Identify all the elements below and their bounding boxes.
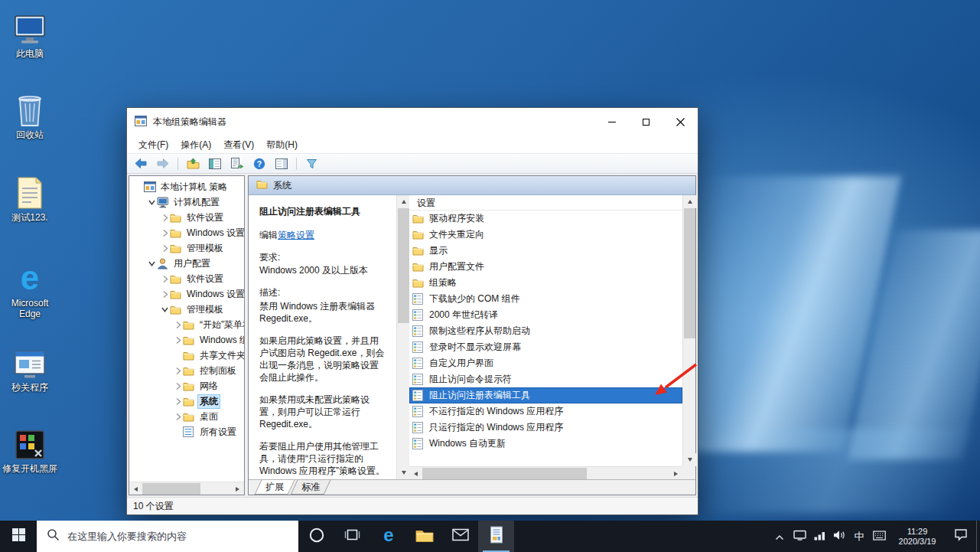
list-vertical-scrollbar[interactable] [682,195,695,466]
scroll-right-button[interactable] [669,467,682,480]
policy-settings-link[interactable]: 策略设置 [278,230,314,240]
expand-icon[interactable] [173,397,183,406]
tree-item[interactable]: “开始”菜单和任务栏 [129,317,244,332]
filter-icon[interactable] [304,156,319,171]
tree-item[interactable]: Windows 设置 [129,286,244,302]
menu-view[interactable]: 查看(V) [217,136,260,153]
desktop-icon-test-123[interactable]: 测试123. [2,173,58,223]
action-center-button[interactable] [946,521,976,552]
desktop-icon-seconds-close-app[interactable]: 秒关程序 [2,343,58,393]
tree-item[interactable]: 管理模板 [129,240,244,256]
expand-icon[interactable] [160,214,170,222]
desktop-icon-recycle-bin[interactable]: 回收站 [2,90,58,140]
scroll-right-button[interactable] [231,482,244,495]
list-item[interactable]: 文件夹重定向 [409,227,682,243]
tree-item[interactable]: 软件设置 [129,210,244,225]
scroll-down-button[interactable] [397,466,410,479]
forward-icon[interactable] [155,156,171,171]
list-item[interactable]: 不运行指定的 Windows 应用程序 [409,403,682,420]
scroll-up-button[interactable] [397,195,410,208]
ime-indicator[interactable]: 中 [849,530,869,544]
scroll-left-button[interactable] [129,482,142,495]
list-item[interactable]: 限制这些程序从帮助启动 [409,323,682,339]
action-pane-icon[interactable] [274,156,289,171]
start-button[interactable] [0,521,37,552]
desktop-icon-this-pc[interactable]: 此电脑 [2,9,58,59]
cortana-taskbar-button[interactable] [298,521,334,552]
tree-item[interactable]: 共享文件夹 [129,348,244,363]
expand-icon[interactable] [173,336,183,345]
up-folder-icon[interactable] [185,156,200,171]
expand-icon[interactable] [173,413,183,421]
collapse-icon[interactable] [160,305,170,314]
minimize-button[interactable] [594,108,629,136]
tree-horizontal-scrollbar[interactable] [129,482,244,495]
taskbar-search[interactable]: 在这里输入你要搜索的内容 [37,521,298,552]
list-item[interactable]: 下载缺少的 COM 组件 [409,291,682,307]
gpedit-taskbar-button[interactable] [478,521,514,552]
touch-keyboard-button[interactable] [869,521,889,552]
tree-item[interactable]: 控制面板 [129,363,244,378]
menu-help[interactable]: 帮助(H) [260,136,304,153]
close-button[interactable] [663,108,698,136]
tab-standard[interactable]: 标准 [291,480,331,495]
mail-taskbar-button[interactable] [442,521,478,552]
task-view-taskbar-button[interactable] [334,521,370,552]
show-desktop-button[interactable] [976,521,980,552]
collapse-icon[interactable] [147,260,157,268]
list-item[interactable]: Windows 自动更新 [409,436,682,452]
tree-item[interactable]: 计算机配置 [129,194,244,210]
chevron-up-tray-button[interactable] [770,521,790,552]
scrollbar-thumb[interactable] [422,468,587,479]
tree-item[interactable]: 桌面 [129,409,244,424]
list-item[interactable]: 用户配置文件 [409,259,682,275]
list-item[interactable]: 显示 [409,243,682,259]
list-item[interactable]: 驱动程序安装 [409,211,682,227]
tree-item[interactable]: Windows 组件 [129,332,244,348]
scrollbar-thumb[interactable] [398,208,409,323]
list-horizontal-scrollbar[interactable] [409,466,682,479]
file-explorer-taskbar-button[interactable] [406,521,442,552]
expand-icon[interactable] [160,244,170,253]
tree-item[interactable]: 网络 [129,378,244,394]
tree-item[interactable]: 本地计算机 策略 [129,179,244,194]
expand-icon[interactable] [160,275,170,283]
clock[interactable]: 11:29 2020/3/19 [889,527,946,547]
scrollbar-thumb[interactable] [142,483,200,495]
window-titlebar[interactable]: 本地组策略编辑器 [127,108,698,136]
menu-action[interactable]: 操作(A) [174,136,217,153]
list-item[interactable]: 组策略 [409,275,682,291]
tab-extended[interactable]: 扩展 [255,480,295,495]
scroll-left-button[interactable] [409,467,422,480]
expand-icon[interactable] [160,229,170,237]
tree-item[interactable]: 管理模板 [129,302,244,317]
expand-icon[interactable] [173,382,183,390]
desktop-icon-microsoft-edge[interactable]: eMicrosoft Edge [2,259,58,319]
expand-icon[interactable] [173,321,183,329]
desktop-icon-fix-boot-black-screen[interactable]: 修复开机黑屏 [2,424,58,474]
tree-item[interactable]: 软件设置 [129,271,244,286]
tree-item[interactable]: 系统 [129,394,244,409]
list-item[interactable]: 只运行指定的 Windows 应用程序 [409,420,682,436]
scrollbar-thumb[interactable] [684,208,695,338]
tree-item[interactable]: 所有设置 [129,424,244,439]
console-tree-icon[interactable] [207,156,223,171]
list-item[interactable]: 2000 年世纪转译 [409,307,682,323]
edge-taskbar-button[interactable]: e [370,521,406,552]
scroll-down-button[interactable] [683,453,696,466]
settings-column-header[interactable]: 设置 [409,195,682,211]
display-tray-button[interactable] [790,521,809,552]
collapse-icon[interactable] [147,198,157,207]
tree-item[interactable]: 用户配置 [129,256,244,271]
expand-icon[interactable] [160,290,170,299]
menu-file[interactable]: 文件(F) [132,136,174,153]
network-tray-button[interactable] [809,521,829,552]
expand-icon[interactable] [173,367,183,375]
tree-item[interactable]: Windows 设置 [129,225,244,240]
list-item[interactable]: 登录时不显示欢迎屏幕 [409,339,682,355]
maximize-button[interactable] [629,108,663,136]
export-list-icon[interactable] [230,156,245,171]
scroll-up-button[interactable] [683,195,696,208]
volume-tray-button[interactable] [829,521,849,552]
description-vertical-scrollbar[interactable] [396,195,409,479]
